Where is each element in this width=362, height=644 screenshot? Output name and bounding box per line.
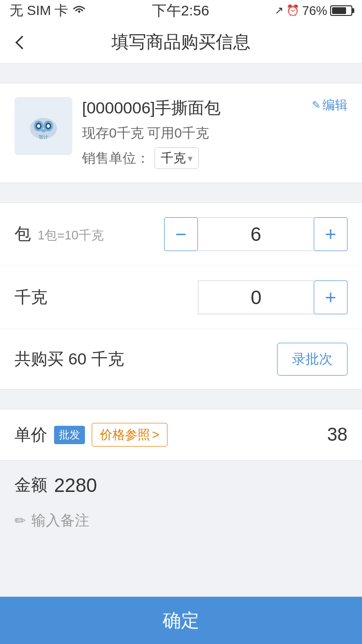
alarm-icon: ⏰ bbox=[286, 4, 299, 17]
price-left: 单价 批发 价格参照 > bbox=[14, 423, 167, 447]
kg-label: 千克 bbox=[14, 286, 47, 308]
product-logo-icon: 智计 bbox=[24, 112, 63, 140]
nav-bar: 填写商品购买信息 bbox=[0, 21, 362, 64]
bao-quantity-control: − + bbox=[164, 217, 348, 251]
kg-quantity-control: + bbox=[198, 280, 348, 314]
kg-quantity-input[interactable] bbox=[198, 280, 314, 314]
product-unit: 销售单位： 千克 ▾ bbox=[82, 147, 348, 169]
status-right: ↗ ⏰ 76% bbox=[275, 3, 352, 18]
page-title: 填写商品购买信息 bbox=[111, 30, 251, 54]
pencil-icon: ✏ bbox=[14, 513, 26, 529]
summary-text: 共购买 60 千克 bbox=[14, 348, 124, 370]
location-icon: ↗ bbox=[275, 4, 283, 17]
remark-row[interactable]: ✏ 输入备注 bbox=[14, 506, 348, 535]
edit-label: 编辑 bbox=[322, 97, 348, 113]
amount-value: 2280 bbox=[54, 475, 97, 496]
unit-dropdown[interactable]: 千克 ▾ bbox=[154, 147, 199, 169]
amount-row: 金额 2280 bbox=[14, 474, 348, 496]
bao-quantity-input[interactable] bbox=[198, 217, 314, 251]
unit-label: 销售单位： bbox=[82, 149, 150, 168]
status-time: 下午2:56 bbox=[152, 1, 209, 21]
battery-percent: 76% bbox=[302, 3, 327, 18]
dropdown-arrow-icon: ▾ bbox=[188, 153, 193, 164]
bao-hint: 1包=10千克 bbox=[38, 227, 104, 244]
bao-decrement-button[interactable]: − bbox=[164, 217, 198, 251]
price-row: 单价 批发 价格参照 > 38 bbox=[14, 423, 348, 447]
price-ref-label: 价格参照 bbox=[100, 426, 150, 443]
edit-button[interactable]: ✎ 编辑 bbox=[312, 97, 348, 113]
separator-2 bbox=[0, 183, 362, 193]
price-label: 单价 bbox=[14, 424, 47, 446]
product-card: 智计 [0000006]手撕面包 现存0千克 可用0千克 销售单位： 千克 ▾ … bbox=[0, 83, 362, 183]
amount-section: 金额 2280 ✏ 输入备注 bbox=[0, 461, 362, 535]
back-arrow-icon bbox=[15, 35, 29, 49]
unit-value: 千克 bbox=[161, 150, 186, 167]
separator-1 bbox=[0, 64, 362, 73]
kg-quantity-row: 千克 + bbox=[0, 266, 362, 329]
wifi-icon bbox=[72, 3, 86, 18]
bao-quantity-row: 包 1包=10千克 − + bbox=[0, 203, 362, 266]
separator-3 bbox=[0, 390, 362, 399]
bao-label-group: 包 1包=10千克 bbox=[14, 223, 104, 245]
price-ref-arrow-icon: > bbox=[152, 427, 159, 442]
svg-text:智计: 智计 bbox=[39, 134, 48, 140]
status-carrier: 无 SIM 卡 bbox=[10, 1, 86, 20]
price-section: 单价 批发 价格参照 > 38 bbox=[0, 409, 362, 461]
status-bar: 无 SIM 卡 下午2:56 ↗ ⏰ 76% bbox=[0, 0, 362, 21]
remark-placeholder: 输入备注 bbox=[31, 511, 89, 531]
bao-increment-button[interactable]: + bbox=[314, 217, 348, 251]
product-info: [0000006]手撕面包 现存0千克 可用0千克 销售单位： 千克 ▾ bbox=[82, 97, 348, 169]
price-type-tag: 批发 bbox=[54, 426, 85, 444]
product-stock: 现存0千克 可用0千克 bbox=[82, 124, 348, 142]
svg-point-5 bbox=[37, 125, 40, 128]
svg-point-7 bbox=[41, 129, 46, 132]
quantity-section: 包 1包=10千克 − + 千克 + 共购买 60 千克 录批次 bbox=[0, 202, 362, 390]
bao-label: 包 bbox=[14, 223, 31, 245]
product-name: [0000006]手撕面包 bbox=[82, 97, 348, 119]
amount-label: 金额 bbox=[14, 474, 47, 496]
confirm-button[interactable]: 确定 bbox=[0, 597, 362, 644]
kg-increment-button[interactable]: + bbox=[314, 280, 348, 314]
summary-row: 共购买 60 千克 录批次 bbox=[0, 329, 362, 389]
record-batch-button[interactable]: 录批次 bbox=[277, 343, 348, 376]
battery-icon bbox=[330, 5, 352, 16]
product-image: 智计 bbox=[14, 97, 72, 155]
price-reference-button[interactable]: 价格参照 > bbox=[92, 423, 167, 447]
svg-point-6 bbox=[47, 125, 50, 128]
price-value: 38 bbox=[327, 424, 348, 445]
edit-icon: ✎ bbox=[312, 99, 320, 112]
carrier-text: 无 SIM 卡 bbox=[10, 1, 68, 20]
kg-label-group: 千克 bbox=[14, 286, 47, 308]
back-button[interactable] bbox=[12, 32, 33, 53]
